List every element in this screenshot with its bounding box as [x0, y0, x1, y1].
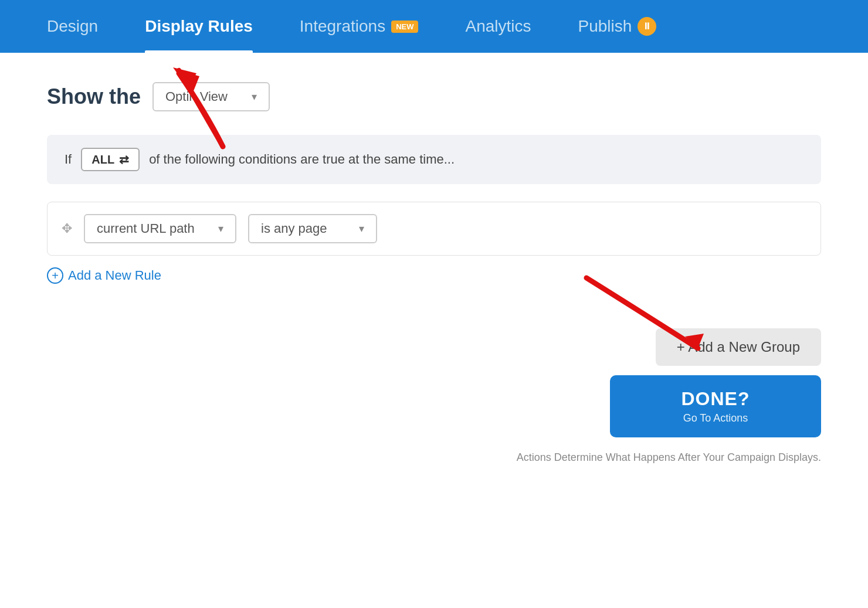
- nav-item-display-rules[interactable]: Display Rules: [121, 0, 276, 53]
- if-label: If: [65, 152, 72, 167]
- nav-item-integrations[interactable]: Integrations NEW: [276, 0, 442, 53]
- actions-footnote: Actions Determine What Happens After You…: [517, 451, 821, 464]
- show-the-row: Show the Optin View ▾: [47, 82, 821, 111]
- all-toggle-button[interactable]: ALL ⇄: [81, 148, 140, 171]
- nav-item-design[interactable]: Design: [23, 0, 121, 53]
- arrow-annotation-done: [516, 260, 809, 378]
- main-nav: Design Display Rules Integrations NEW An…: [23, 0, 845, 53]
- main-content: Show the Optin View ▾ If ALL ⇄ of the fo…: [0, 53, 868, 608]
- toggle-icon: ⇄: [119, 152, 129, 167]
- condition-bar: If ALL ⇄ of the following conditions are…: [47, 135, 821, 184]
- rule-row: ✥ current URL path ▾ is any page ▾: [47, 202, 821, 256]
- rule-field-chevron: ▾: [218, 222, 223, 235]
- publish-badge: ⏸: [638, 17, 656, 36]
- integrations-badge: NEW: [391, 21, 418, 33]
- rule-field-dropdown[interactable]: current URL path ▾: [84, 214, 236, 243]
- bottom-actions: + Add a New Group DONE? Go To Actions Ac…: [47, 319, 821, 464]
- rule-operator-dropdown[interactable]: is any page ▾: [248, 214, 377, 243]
- done-button-title: DONE?: [645, 388, 786, 410]
- add-rule-circle-icon: +: [47, 267, 63, 284]
- rule-operator-chevron: ▾: [359, 222, 364, 235]
- nav-item-publish[interactable]: Publish ⏸: [555, 0, 680, 53]
- nav-item-analytics[interactable]: Analytics: [442, 0, 554, 53]
- drag-handle-icon[interactable]: ✥: [62, 221, 72, 236]
- show-prefix: Show the: [47, 84, 141, 109]
- add-rule-label: Add a New Rule: [68, 268, 161, 283]
- main-header: Design Display Rules Integrations NEW An…: [0, 0, 868, 53]
- view-dropdown-chevron: ▾: [252, 90, 257, 103]
- condition-suffix: of the following conditions are true at …: [149, 152, 455, 167]
- done-button[interactable]: DONE? Go To Actions: [610, 375, 821, 437]
- view-dropdown[interactable]: Optin View ▾: [152, 82, 270, 111]
- done-button-subtitle: Go To Actions: [645, 412, 786, 424]
